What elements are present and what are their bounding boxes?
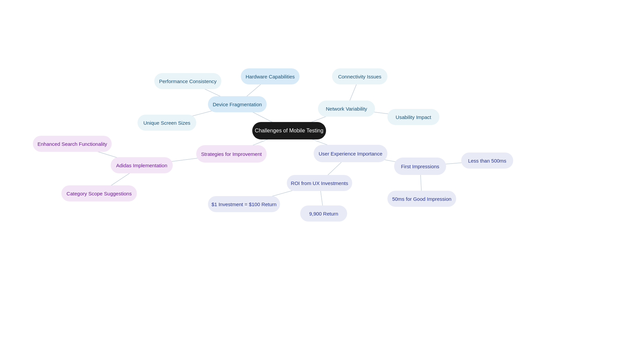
- node-user_experience[interactable]: User Experience Importance: [314, 145, 387, 162]
- node-hardware_capabilities[interactable]: Hardware Capabilities: [241, 68, 300, 84]
- node-connectivity_issues[interactable]: Connectivity Issues: [332, 68, 387, 84]
- node-center[interactable]: Challenges of Mobile Testing: [252, 122, 326, 139]
- node-less_than_500ms[interactable]: Less than 500ms: [461, 153, 513, 169]
- node-50ms_good_impression[interactable]: 50ms for Good Impression: [387, 191, 456, 207]
- node-performance_consistency[interactable]: Performance Consistency: [154, 73, 221, 89]
- node-dollar_investment[interactable]: $1 Investment = $100 Return: [208, 196, 280, 212]
- node-adidas_implementation[interactable]: Adidas Implementation: [111, 157, 173, 173]
- node-usability_impact[interactable]: Usability Impact: [387, 109, 439, 125]
- node-category_scope[interactable]: Category Scope Suggestions: [61, 185, 137, 201]
- node-enhanced_search[interactable]: Enhanced Search Functionality: [33, 136, 112, 152]
- node-strategies_improvement[interactable]: Strategies for Improvement: [196, 145, 267, 163]
- node-9900_return[interactable]: 9,900 Return: [300, 205, 347, 222]
- mind-map: Challenges of Mobile TestingDevice Fragm…: [0, 0, 644, 363]
- node-network_variability[interactable]: Network Variability: [318, 101, 375, 117]
- node-first_impressions[interactable]: First Impressions: [394, 158, 446, 175]
- node-device_fragmentation[interactable]: Device Fragmentation: [208, 96, 267, 112]
- node-roi_ux[interactable]: ROI from UX Investments: [287, 175, 352, 191]
- node-unique_screen_sizes[interactable]: Unique Screen Sizes: [138, 115, 196, 131]
